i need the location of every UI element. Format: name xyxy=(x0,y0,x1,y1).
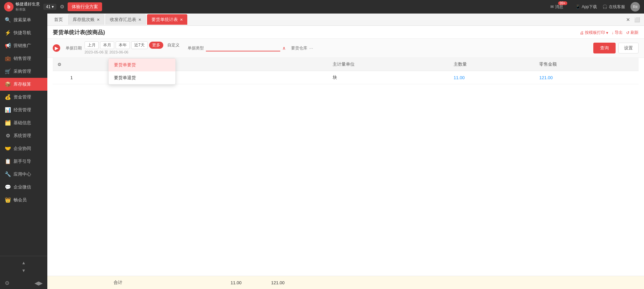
sidebar-item-cooperation[interactable]: 🤝企业协同 xyxy=(0,142,47,155)
date-curr-month-btn[interactable]: 本月 xyxy=(100,41,114,49)
sidebar-scroll-down-btn[interactable]: ▼ xyxy=(0,267,47,274)
tabs-bar: 首页库存批次账✕收发存汇总表✕要货单统计表✕ ✕ ⬜ xyxy=(47,14,644,26)
sidebar-item-apps[interactable]: 🔧应用中心 xyxy=(0,168,47,181)
avatar[interactable]: Rit xyxy=(630,2,640,12)
sidebar-item-purchase[interactable]: 🛒采购管理 xyxy=(0,65,47,78)
sidebar-label-system: 系统管理 xyxy=(14,133,31,139)
brand-sub: 标准版 xyxy=(16,7,40,12)
date-7days-btn[interactable]: 近7天 xyxy=(131,41,148,49)
trial-button[interactable]: 体验行业方案 xyxy=(68,2,102,11)
refresh-btn[interactable]: ↺ 刷新 xyxy=(626,30,639,36)
chevron-down-icon: ▾ xyxy=(52,4,54,9)
dropdown-item-order[interactable]: 要货单要货 xyxy=(109,59,175,71)
date-curr-year-btn[interactable]: 本年 xyxy=(116,41,130,49)
sidebar-item-operation[interactable]: 📊经营管理 xyxy=(0,104,47,116)
tab-label-inventory-batch: 库存批次账 xyxy=(73,17,95,23)
settings-btn[interactable]: 设置 xyxy=(618,43,639,53)
sidebar-bottom: ▲ ▼ xyxy=(0,256,47,277)
online-service-btn[interactable]: 🎧 在线客服 xyxy=(602,4,625,10)
store-selector[interactable]: 41 ▾ xyxy=(43,4,56,10)
row-quantity: 11.00 xyxy=(450,71,535,84)
sidebar-item-wechat[interactable]: 💬企业微信 xyxy=(0,181,47,194)
dropdown-item-return[interactable]: 要货单退货 xyxy=(109,71,175,84)
th-index xyxy=(66,58,109,71)
footer-amount: 121.00 xyxy=(271,280,312,285)
download-icon: 📱 xyxy=(575,4,580,9)
type-dropdown-menu: 要货单要货 要货单退货 xyxy=(108,58,176,85)
sidebar-item-finance[interactable]: 💰资金管理 xyxy=(0,91,47,104)
tab-label-home: 首页 xyxy=(54,17,63,23)
print-icon: 🖨 xyxy=(580,30,584,35)
app-download-label: App下载 xyxy=(582,4,597,10)
logo-area: b 畅捷通好生意 标准版 xyxy=(4,2,40,12)
marketing-icon: 📢 xyxy=(5,43,11,49)
th-settings[interactable]: ⚙ xyxy=(53,58,66,71)
top-header: b 畅捷通好生意 标准版 41 ▾ ⚙ 体验行业方案 ✉ 消息 99+ 📱 Ap… xyxy=(0,0,644,14)
date-filter-group: 单据日期 上月 本月 本年 近7天 更多 自定义 2023-05-06 至 20… xyxy=(66,41,182,55)
sidebar-label-basic: 基础信息 xyxy=(14,120,31,126)
sales-icon: 💼 xyxy=(5,55,11,62)
sidebar-label-cooperation: 企业协同 xyxy=(14,146,31,152)
warehouse-more-btn[interactable]: ··· xyxy=(309,45,313,51)
message-icon: ✉ xyxy=(550,4,554,9)
tab-home[interactable]: 首页 xyxy=(50,15,67,25)
date-range-text: 2023-05-06 至 2023-06-06 xyxy=(85,50,182,55)
sidebar-item-search[interactable]: 🔍搜索菜单 xyxy=(0,14,47,26)
sidebar-label-operation: 经营管理 xyxy=(14,107,31,113)
tab-receivable-summary[interactable]: 收发存汇总表✕ xyxy=(105,14,146,25)
sidebar-item-basic[interactable]: 🗂️基础信息 xyxy=(0,116,47,129)
print-btn[interactable]: 🖨 按模板打印 ▾ xyxy=(580,30,608,36)
type-input[interactable] xyxy=(206,45,280,51)
table-footer: 合计 11.00 121.00 xyxy=(47,276,644,289)
app-download-btn[interactable]: 📱 App下载 xyxy=(575,4,597,10)
sidebar-item-shortcut[interactable]: ⚡快捷导航 xyxy=(0,26,47,39)
query-btn[interactable]: 查询 xyxy=(593,43,616,53)
sidebar-label-marketing: 营销推广 xyxy=(14,43,31,49)
message-btn[interactable]: ✉ 消息 99+ xyxy=(550,4,563,10)
page-content: 要货单统计表(按商品) 🖨 按模板打印 ▾ ↓ 导出 ↺ 刷新 xyxy=(47,26,644,289)
gear-icon[interactable]: ⚙ xyxy=(60,4,64,10)
tab-close-order-stats[interactable]: ✕ xyxy=(180,18,183,22)
refresh-icon: ↺ xyxy=(626,30,629,35)
th-unit: 主计量单位 xyxy=(329,58,450,71)
filter-bar: ▶ 单据日期 上月 本月 本年 近7天 更多 自定义 2023-05-06 至 … xyxy=(47,39,644,58)
wechat-icon: 💬 xyxy=(5,184,11,190)
date-more-btn[interactable]: 更多 xyxy=(149,42,163,49)
system-icon: ⚙ xyxy=(5,133,11,139)
brand-name: 畅捷通好生意 xyxy=(16,2,40,7)
logo-text: 畅捷通好生意 标准版 xyxy=(16,2,40,12)
page-title: 要货单统计表(按商品) xyxy=(53,29,105,36)
basic-icon: 🗂️ xyxy=(5,120,11,126)
sidebar-item-guide[interactable]: 📋新手引导 xyxy=(0,155,47,168)
sidebar-item-inventory[interactable]: 📦库存核算 xyxy=(0,78,47,91)
settings-icon[interactable]: ⚙ xyxy=(5,280,9,286)
type-filter-group: 单据类型 ∧ xyxy=(188,45,286,51)
tab-inventory-batch[interactable]: 库存批次账✕ xyxy=(68,14,104,25)
page-header-actions: 🖨 按模板打印 ▾ ↓ 导出 ↺ 刷新 xyxy=(580,30,639,36)
content-area: 首页库存批次账✕收发存汇总表✕要货单统计表✕ ✕ ⬜ 要货单统计表(按商品) 🖨… xyxy=(47,14,644,289)
refresh-label: 刷新 xyxy=(630,30,639,36)
date-custom-btn[interactable]: 自定义 xyxy=(165,42,182,49)
tab-label-order-stats: 要货单统计表 xyxy=(151,17,178,23)
sidebar-item-system[interactable]: ⚙系统管理 xyxy=(0,129,47,142)
sidebar-label-purchase: 采购管理 xyxy=(14,68,31,74)
close-window-btn[interactable]: ✕ xyxy=(625,16,631,24)
operation-icon: 📊 xyxy=(5,107,11,113)
maximize-btn[interactable]: ⬜ xyxy=(633,16,641,24)
filter-collapse-btn[interactable]: ▶ xyxy=(53,44,60,52)
date-prev-month-btn[interactable]: 上月 xyxy=(85,41,99,49)
type-dropdown-btn[interactable]: ∧ xyxy=(282,45,286,51)
sidebar-item-sales[interactable]: 💼销售管理 xyxy=(0,52,47,65)
export-btn[interactable]: ↓ 导出 xyxy=(612,30,623,36)
date-shortcuts: 上月 本月 本年 近7天 更多 自定义 xyxy=(85,41,182,49)
tab-order-stats[interactable]: 要货单统计表✕ xyxy=(147,14,187,25)
sidebar-item-marketing[interactable]: 📢营销推广 xyxy=(0,39,47,52)
th-quantity: 主数量 xyxy=(450,58,535,71)
collapse-icon[interactable]: ◀▶ xyxy=(34,280,43,286)
sidebar-scroll-up-btn[interactable]: ▲ xyxy=(0,259,47,267)
print-label: 按模板打印 xyxy=(585,30,605,36)
tab-close-inventory-batch[interactable]: ✕ xyxy=(97,18,100,22)
tab-close-receivable-summary[interactable]: ✕ xyxy=(138,18,141,22)
sidebar-item-member[interactable]: 👑畅会员 xyxy=(0,194,47,206)
store-name: 41 xyxy=(46,4,50,9)
